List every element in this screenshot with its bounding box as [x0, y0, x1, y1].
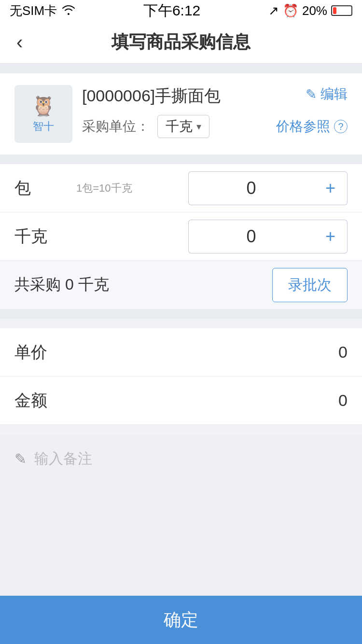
pencil-icon: ✎ [14, 450, 27, 467]
wifi-icon [62, 3, 75, 18]
package-sub-label: 1包=10千克 [76, 181, 132, 196]
brand-text: 智十 [33, 119, 54, 134]
edit-button[interactable]: ✎ 编辑 [306, 85, 348, 103]
package-label: 包 [14, 177, 72, 199]
back-button[interactable]: ‹ [12, 27, 28, 58]
product-info: [0000006]手撕面包 ✎ 编辑 采购单位： 千克 ▾ 价格参照 ? [82, 85, 348, 138]
package-input-area: + [132, 171, 348, 205]
unit-price-row: 单价 0 [0, 328, 362, 377]
nav-bar: ‹ 填写商品采购信息 [0, 21, 362, 64]
kg-label: 千克 [14, 225, 72, 248]
remark-placeholder: 输入备注 [34, 449, 92, 469]
dropdown-arrow-icon: ▾ [196, 121, 201, 132]
status-time: 下午6:12 [143, 1, 200, 21]
confirm-button[interactable]: 确定 [0, 596, 362, 644]
confirm-button-label: 确定 [164, 608, 198, 632]
unit-price-label: 单价 [14, 341, 47, 364]
alarm-icon: ⏰ [283, 3, 298, 18]
package-input[interactable] [188, 171, 314, 205]
help-icon: ? [334, 120, 348, 133]
unit-selector[interactable]: 千克 ▾ [157, 115, 209, 138]
status-right: ↗ ⏰ 20% [268, 3, 352, 18]
package-row: 包 1包=10千克 + [0, 164, 362, 212]
status-bar: 无SIM卡 下午6:12 ↗ ⏰ 20% [0, 0, 362, 21]
amount-row: 金额 0 [0, 377, 362, 425]
total-text: 共采购 0 千克 [14, 274, 109, 295]
record-batch-button[interactable]: 录批次 [272, 268, 348, 302]
amount-value: 0 [338, 391, 348, 410]
battery-icon [331, 5, 352, 16]
product-card: 🦉 智十 [0000006]手撕面包 ✎ 编辑 采购单位： 千克 ▾ 价格参照 [0, 73, 362, 154]
total-row: 共采购 0 千克 录批次 [0, 261, 362, 309]
form-section: 包 1包=10千克 + 千克 + [0, 164, 362, 261]
package-plus-button[interactable]: + [314, 171, 348, 205]
owl-icon: 🦉 [31, 95, 56, 117]
unit-price-value: 0 [338, 343, 348, 362]
mid-divider [0, 154, 362, 164]
total-unit: 千克 [78, 276, 109, 293]
total-value: 0 [65, 276, 74, 293]
remark-section[interactable]: ✎ 输入备注 [0, 434, 362, 483]
price-divider [0, 309, 362, 319]
status-left: 无SIM卡 [10, 2, 75, 19]
kg-input[interactable] [188, 220, 314, 253]
product-image: 🦉 智十 [14, 85, 72, 143]
carrier-text: 无SIM卡 [10, 2, 57, 19]
product-name: [0000006]手撕面包 [82, 85, 221, 107]
battery-percent: 20% [302, 3, 327, 18]
kg-input-area: + [72, 220, 348, 253]
location-icon: ↗ [268, 3, 279, 18]
price-section: 单价 0 金额 0 [0, 328, 362, 425]
page-title: 填写商品采购信息 [111, 30, 251, 54]
amount-label: 金额 [14, 390, 47, 412]
top-divider [0, 64, 362, 73]
unit-label: 采购单位： [82, 117, 150, 136]
kg-row: 千克 + [0, 212, 362, 261]
kg-plus-button[interactable]: + [314, 220, 348, 253]
price-reference-button[interactable]: 价格参照 ? [276, 117, 348, 136]
edit-icon: ✎ [306, 86, 317, 102]
